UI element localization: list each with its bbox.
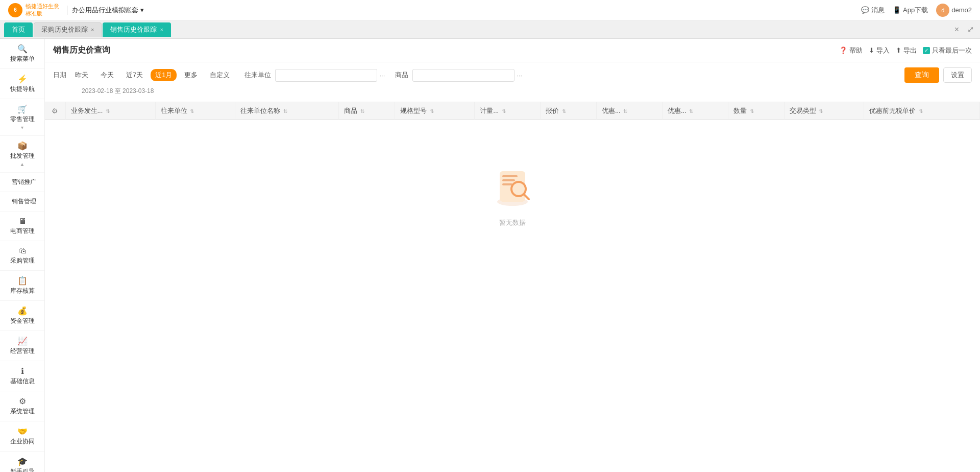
retail-icon: 🛒	[17, 104, 28, 114]
data-table: ⚙ 业务发生... ⇅ 往来单位 ⇅ 往来单位名称 ⇅	[45, 102, 980, 120]
logo-area: 6 畅捷通好生意 标准版	[8, 3, 59, 17]
date-btn-yesterday[interactable]: 昨天	[70, 69, 93, 81]
partner-filter: 往来单位 ···	[244, 69, 385, 82]
only-latest-toggle[interactable]: ✓ 只看最后一次	[923, 46, 972, 55]
sidebar-item-retail[interactable]: 🛒 零售管理 ▾	[0, 99, 44, 136]
filter-row: 日期 昨天 今天 近7天 近1月 更多 自定义 往来单位 ···	[53, 67, 972, 83]
date-btn-7days[interactable]: 近7天	[121, 69, 148, 81]
product-dots[interactable]: ···	[517, 72, 522, 79]
app-download-btn[interactable]: 📱 App下载	[893, 6, 928, 15]
header-right: 💬 消息 📱 App下载 d demo2	[861, 4, 972, 17]
tab-purchase-history[interactable]: 采购历史价跟踪 ×	[34, 22, 102, 37]
sidebar-item-purchase[interactable]: 🛍 采购管理	[0, 241, 44, 271]
sort-pretax-price-icon: ⇅	[919, 108, 923, 114]
top-header: 6 畅捷通好生意 标准版 办公用品行业模拟账套 ▾ 💬 消息 📱 App下载 d…	[0, 0, 980, 20]
sidebar-purchase-label: 采购管理	[10, 256, 35, 265]
sidebar-item-finance[interactable]: 💰 资金管理	[0, 301, 44, 331]
sidebar-item-quick-nav[interactable]: ⚡ 快捷导航	[0, 69, 44, 99]
th-product-label: 商品	[344, 107, 357, 114]
sidebar-item-wholesale[interactable]: 📦 批发管理 ▲	[0, 136, 44, 173]
partner-dots[interactable]: ···	[379, 72, 385, 79]
sidebar-item-marketing[interactable]: 营销推广	[0, 173, 44, 192]
sort-quote-icon: ⇅	[562, 108, 566, 114]
th-trade-type-label: 交易类型	[790, 107, 816, 114]
sort-partner-name-icon: ⇅	[283, 108, 287, 114]
tab-home[interactable]: 首页	[4, 22, 33, 37]
product-input-group: ···	[412, 69, 522, 82]
sidebar-wholesale-label: 批发管理	[10, 152, 35, 160]
gear-icon[interactable]: ⚙	[52, 107, 58, 115]
th-quantity-label: 数量	[733, 107, 747, 114]
retail-arrow: ▾	[21, 125, 23, 130]
main-layout: 🔍 搜索菜单 ⚡ 快捷导航 🛒 零售管理 ▾ 📦 批发管理 ▲ 营销推广 销售管…	[0, 39, 980, 472]
setting-button[interactable]: 设置	[943, 67, 972, 83]
sidebar-item-search[interactable]: 🔍 搜索菜单	[0, 39, 44, 69]
user-area[interactable]: d demo2	[936, 4, 972, 17]
query-button[interactable]: 查询	[904, 67, 939, 83]
th-partner-code[interactable]: 往来单位 ⇅	[155, 102, 235, 120]
sidebar-operations-label: 经营管理	[10, 347, 35, 356]
th-quote[interactable]: 报价 ⇅	[541, 102, 596, 120]
sidebar-item-enterprise[interactable]: 🤝 企业协同	[0, 421, 44, 452]
logo-text: 畅捷通好生意 标准版	[26, 3, 59, 16]
sidebar-item-ecommerce[interactable]: 🖥 电商管理	[0, 211, 44, 241]
th-discount2-label: 优惠...	[668, 107, 687, 114]
date-range-display: 2023-02-18 至 2023-03-18	[82, 87, 154, 96]
th-partner-name[interactable]: 往来单位名称 ⇅	[235, 102, 338, 120]
date-btn-1month[interactable]: 近1月	[151, 69, 177, 81]
th-biz-date[interactable]: 业务发生... ⇅	[65, 102, 155, 120]
th-biz-date-label: 业务发生...	[71, 107, 103, 114]
app-selector[interactable]: 办公用品行业模拟账套 ▾	[67, 6, 148, 15]
wholesale-arrow: ▲	[20, 161, 25, 167]
sidebar-item-basic-info[interactable]: ℹ 基础信息	[0, 361, 44, 391]
th-gear[interactable]: ⚙	[45, 102, 65, 120]
date-btn-more[interactable]: 更多	[180, 69, 202, 81]
export-btn[interactable]: ⬆ 导出	[896, 46, 917, 55]
message-icon: 💬	[861, 6, 869, 14]
operations-icon: 📈	[17, 336, 28, 346]
close-all-tabs-btn[interactable]: ×	[952, 23, 961, 36]
date-btn-today[interactable]: 今天	[96, 69, 118, 81]
sidebar-retail-label: 零售管理	[10, 115, 35, 124]
sidebar-item-sales-mgmt[interactable]: 销售管理	[0, 192, 44, 211]
page-title: 销售历史价查询	[53, 45, 110, 56]
th-discount2[interactable]: 优惠... ⇅	[662, 102, 728, 120]
import-btn[interactable]: ⬇ 导入	[869, 46, 890, 55]
tab-sales-history-label: 销售历史价跟踪	[110, 25, 157, 34]
tab-sales-history-close[interactable]: ×	[160, 27, 163, 33]
message-btn[interactable]: 💬 消息	[861, 6, 885, 15]
th-unit[interactable]: 计量... ⇅	[475, 102, 541, 120]
maximize-btn[interactable]: ⤢	[965, 22, 976, 36]
th-product[interactable]: 商品 ⇅	[339, 102, 395, 120]
sidebar-item-system[interactable]: ⚙ 系统管理	[0, 391, 44, 421]
sidebar-ecommerce-label: 电商管理	[10, 227, 35, 235]
sidebar-guide-label: 新手引导	[10, 467, 35, 472]
tab-sales-history[interactable]: 销售历史价跟踪 ×	[103, 22, 170, 37]
product-filter: 商品 ···	[395, 69, 522, 82]
partner-input[interactable]	[275, 69, 377, 82]
help-btn[interactable]: ❓ 帮助	[839, 46, 863, 55]
page-actions: ❓ 帮助 ⬇ 导入 ⬆ 导出 ✓ 只看最后一次	[839, 46, 972, 55]
tab-purchase-history-close[interactable]: ×	[91, 27, 94, 33]
product-input[interactable]	[412, 69, 514, 82]
th-discount1[interactable]: 优惠... ⇅	[596, 102, 662, 120]
date-btn-custom[interactable]: 自定义	[205, 69, 234, 81]
sidebar-item-guide[interactable]: 🎓 新手引导	[0, 452, 44, 472]
th-pretax-price-label: 优惠前无税单价	[869, 107, 916, 114]
help-icon: ❓	[839, 46, 847, 54]
sidebar-item-operations[interactable]: 📈 经营管理	[0, 331, 44, 361]
filter-actions: 查询 设置	[904, 67, 972, 83]
th-quantity[interactable]: 数量 ⇅	[728, 102, 784, 120]
basic-info-icon: ℹ	[21, 366, 24, 376]
svg-rect-3	[502, 179, 515, 181]
only-latest-checkbox[interactable]: ✓	[923, 47, 930, 54]
sort-biz-date-icon: ⇅	[106, 108, 110, 114]
sort-unit-icon: ⇅	[502, 108, 506, 114]
th-pretax-price[interactable]: 优惠前无税单价 ⇅	[864, 102, 979, 120]
sidebar-item-inventory[interactable]: 📋 库存核算	[0, 271, 44, 301]
empty-state-icon	[487, 161, 538, 212]
th-spec[interactable]: 规格型号 ⇅	[395, 102, 474, 120]
date-label: 日期	[53, 70, 66, 80]
th-trade-type[interactable]: 交易类型 ⇅	[784, 102, 864, 120]
sidebar-sales-mgmt-label: 销售管理	[12, 197, 36, 206]
